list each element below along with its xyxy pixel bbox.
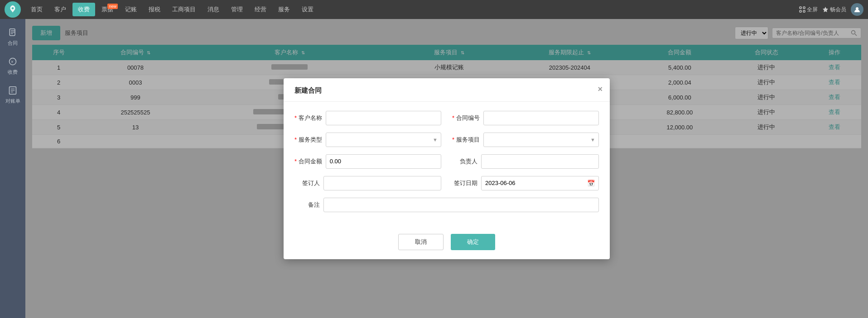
new-contract-modal: 新建合同 × 客户名称 合同编号 [284, 78, 610, 259]
service-type-select-wrap: ▼ [326, 133, 441, 147]
nav-service[interactable]: 服务 [273, 3, 295, 16]
form-row-4: 签订人 签订日期 📅 [294, 176, 599, 190]
modal-close-button[interactable]: × [598, 85, 603, 94]
fee-icon: ¥ [7, 56, 18, 67]
fullscreen-label: 全屏 [807, 6, 818, 14]
svg-point-0 [12, 7, 14, 9]
sidebar-label-contract: 合同 [8, 40, 18, 47]
svg-rect-3 [800, 10, 801, 12]
nav-business[interactable]: 工商项目 [167, 3, 201, 16]
vip-label: 畅会员 [830, 6, 846, 14]
nav-right-actions: 全屏 畅会员 [799, 3, 863, 16]
modal-overlay: 新建合同 × 客户名称 合同编号 [25, 19, 868, 318]
sign-date-label: 签订日期 [452, 179, 477, 187]
fullscreen-button[interactable]: 全屏 [799, 6, 818, 14]
nav-manage[interactable]: 管理 [226, 3, 248, 16]
notes-input[interactable] [323, 198, 599, 212]
sidebar-label-fee: 收费 [8, 69, 18, 76]
confirm-button[interactable]: 确定 [451, 234, 495, 250]
form-row-5: 备注 [294, 198, 599, 212]
user-avatar[interactable] [851, 3, 863, 16]
svg-rect-2 [803, 7, 805, 9]
contract-icon [7, 27, 18, 38]
top-navigation: 首页 客户 收费 票据 new 记账 报税 工商项目 消息 管理 经营 服务 设… [0, 0, 868, 19]
contract-amount-label: 合同金额 [294, 157, 322, 166]
customer-name-label: 客户名称 [294, 114, 322, 122]
nav-fee[interactable]: 收费 [72, 3, 95, 16]
new-badge: new [107, 4, 118, 9]
signer-input[interactable] [323, 176, 441, 190]
svg-rect-1 [800, 7, 801, 9]
nav-ticket[interactable]: 票据 new [96, 3, 119, 16]
form-row-3: 合同金额 负责人 [294, 154, 599, 169]
svg-marker-5 [823, 7, 828, 12]
contract-no-input[interactable] [483, 111, 599, 125]
nav-menu: 首页 客户 收费 票据 new 记账 报税 工商项目 消息 管理 经营 服务 设… [25, 3, 799, 16]
form-row-1: 客户名称 合同编号 [294, 111, 599, 125]
field-contract-no: 合同编号 [452, 111, 599, 125]
sidebar: 合同 ¥ 收费 对账单 [0, 19, 25, 318]
statement-icon [7, 85, 18, 96]
responsible-input[interactable] [481, 154, 599, 169]
contract-no-label: 合同编号 [452, 114, 480, 122]
field-service-item: 服务项目 ▼ [452, 133, 599, 147]
nav-settings[interactable]: 设置 [296, 3, 319, 16]
service-item-select[interactable] [483, 133, 599, 147]
svg-text:¥: ¥ [11, 60, 14, 64]
service-item-select-wrap: ▼ [483, 133, 599, 147]
signer-label: 签订人 [294, 179, 320, 187]
modal-footer: 取消 确定 [284, 228, 610, 259]
nav-message[interactable]: 消息 [202, 3, 225, 16]
sidebar-item-fee[interactable]: ¥ 收费 [1, 52, 24, 79]
field-customer-name: 客户名称 [294, 111, 441, 125]
nav-bookkeeping[interactable]: 记账 [120, 3, 142, 16]
sidebar-label-statement: 对账单 [5, 98, 20, 104]
field-responsible: 负责人 [452, 154, 599, 169]
nav-home[interactable]: 首页 [25, 3, 48, 16]
field-contract-amount: 合同金额 [294, 154, 441, 169]
main-layout: 合同 ¥ 收费 对账单 [0, 19, 868, 318]
field-signer: 签订人 [294, 176, 441, 190]
nav-tax[interactable]: 报税 [143, 3, 166, 16]
sidebar-item-statement[interactable]: 对账单 [1, 81, 24, 108]
modal-header: 新建合同 × [284, 78, 610, 102]
app-logo [5, 1, 21, 18]
sign-date-input[interactable] [485, 180, 585, 186]
sign-date-input-wrap: 📅 [481, 176, 599, 190]
service-item-label-modal: 服务项目 [452, 136, 480, 144]
contract-amount-input[interactable] [326, 154, 441, 169]
customer-name-input[interactable] [326, 111, 441, 125]
field-sign-date: 签订日期 📅 [452, 176, 599, 190]
notes-label: 备注 [294, 201, 320, 209]
field-service-type: 服务类型 ▼ [294, 133, 441, 147]
form-row-2: 服务类型 ▼ 服务项目 ▼ [294, 133, 599, 147]
cancel-button[interactable]: 取消 [398, 234, 444, 250]
modal-title: 新建合同 [294, 86, 322, 94]
responsible-label: 负责人 [452, 157, 477, 166]
field-notes: 备注 [294, 198, 599, 212]
svg-rect-4 [803, 10, 805, 12]
modal-body: 客户名称 合同编号 服务类型 [284, 102, 610, 228]
content-area: 新增 服务项目 进行中 已完成 已终止 [25, 19, 868, 318]
vip-button[interactable]: 畅会员 [822, 6, 846, 14]
sidebar-item-contract[interactable]: 合同 [1, 24, 24, 50]
calendar-icon[interactable]: 📅 [587, 180, 595, 187]
service-type-label: 服务类型 [294, 136, 322, 144]
nav-operation[interactable]: 经营 [249, 3, 272, 16]
nav-customer[interactable]: 客户 [49, 3, 72, 16]
service-type-select[interactable] [326, 133, 441, 147]
